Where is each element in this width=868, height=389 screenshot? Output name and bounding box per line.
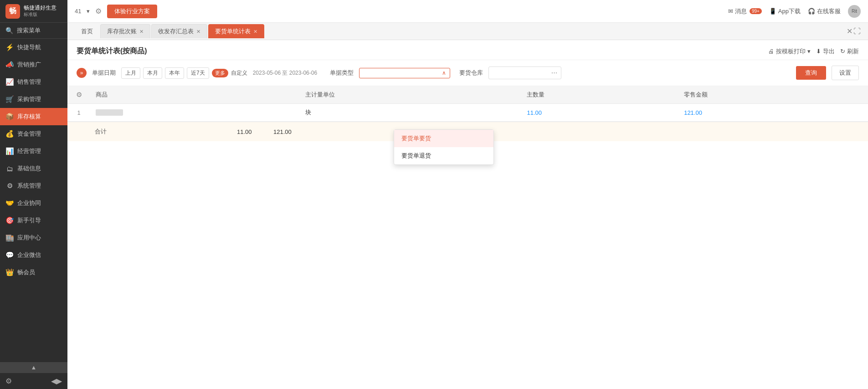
cell-no: 1 [67,104,90,122]
messages-label: 消息 [735,7,747,15]
warehouse-filter-label: 要货仓库 [459,69,483,77]
messages-item[interactable]: ✉ 消息 99+ [728,7,762,15]
th-gear[interactable]: ⚙ [67,86,90,104]
type-filter-arrow[interactable]: ∧ [442,70,446,76]
date-more-badge[interactable]: 更多 [212,69,228,77]
date-last-month-btn[interactable]: 上月 [121,67,140,79]
dropdown-item-order-goods-label: 要货单要货 [401,135,431,142]
print-template-action[interactable]: 🖨 按模板打印 ▾ [768,47,811,56]
sidebar-item-purchase[interactable]: 🛒 采购管理 [0,91,67,108]
cell-qty: 11.00 [521,104,678,122]
online-service-item[interactable]: 🎧 在线客服 [808,7,841,15]
sidebar-item-wechat[interactable]: 💬 企业微信 [0,246,67,264]
filter-expand-button[interactable]: » [77,68,87,78]
tab-order-stats-close[interactable]: ✕ [253,29,257,35]
sidebar-item-inventory[interactable]: 📦 库存核算 [0,108,67,125]
sidebar-bottom: ⚙ ◀▶ [0,373,67,389]
sidebar-item-operations[interactable]: 📊 经营管理 [0,143,67,160]
blurred-product [96,109,123,116]
sidebar-item-marketing[interactable]: 📣 营销推广 [0,56,67,73]
sidebar-item-finance[interactable]: 💰 资金管理 [0,125,67,143]
tab-batch-account-label: 库存批次账 [107,27,137,36]
finance-icon: 💰 [5,130,14,138]
sidebar-item-quicknav[interactable]: ⚡ 快捷导航 [0,39,67,56]
sidebar-search[interactable]: 🔍 搜索菜单 [0,23,67,39]
sidebar-item-appstore[interactable]: 🏬 应用中心 [0,229,67,246]
app-download-label: App下载 [778,7,801,15]
logo-sub: 标准版 [24,11,56,18]
wechat-icon: 💬 [5,251,14,259]
th-product: 商品 [90,86,300,104]
sidebar-nav: ⚡ 快捷导航 📣 营销推广 📈 销售管理 🛒 采购管理 📦 库存核算 💰 资金管… [0,39,67,362]
tab-recv-summary[interactable]: 收发存汇总表 ✕ [151,24,207,38]
footer-qty: 11.00 [237,128,273,135]
qty-link[interactable]: 11.00 [527,109,542,116]
close-all-tabs-button[interactable]: ✕ [847,27,853,36]
system-icon: ⚙ [5,182,14,190]
tab-batch-account-close[interactable]: ✕ [139,29,144,35]
sidebar-item-basics[interactable]: 🗂 基础信息 [0,160,67,177]
date-this-month-btn[interactable]: 本月 [143,67,162,79]
collapse-icon[interactable]: ◀▶ [51,377,62,385]
sidebar-item-label: 库存核算 [17,113,41,121]
tab-order-stats[interactable]: 要货单统计表 ✕ [208,24,264,38]
topbar-user-dropdown[interactable]: ▾ [87,8,90,15]
gear-icon: ⚙ [76,91,82,98]
tab-batch-account[interactable]: 库存批次账 ✕ [100,24,150,38]
date-shortcuts: 上月 本月 本年 近7天 更多 自定义 [121,67,247,79]
sidebar-item-sales[interactable]: 📈 销售管理 [0,73,67,91]
type-filter-input-wrapper[interactable]: ∧ [359,68,450,78]
logo-title: 畅捷通好生意 [24,5,56,12]
trial-industry-button[interactable]: 体验行业方案 [107,5,157,18]
cell-product [90,104,300,122]
set-button[interactable]: 设置 [832,66,859,80]
tab-home[interactable]: 首页 [75,25,99,38]
table-wrapper: ⚙ 商品 主计量单位 主数量 零售金额 1 块 11.00 121.00 [67,86,868,122]
query-button[interactable]: 查询 [796,66,826,80]
sidebar-item-newbie[interactable]: 🎯 新手引导 [0,212,67,229]
sidebar-item-system[interactable]: ⚙ 系统管理 [0,177,67,194]
warehouse-filter-input[interactable]: ··· [488,67,561,79]
sidebar-item-label: 新手引导 [17,216,41,225]
date-custom-btn[interactable]: 自定义 [231,69,247,77]
topbar-gear-icon[interactable]: ⚙ [95,7,102,15]
topbar: 41 ▾ ⚙ 体验行业方案 ✉ 消息 99+ 📱 App下载 🎧 在线客服 Ri… [67,0,868,23]
type-filter-input[interactable] [363,70,442,77]
service-icon: 🎧 [808,8,815,15]
amount-link[interactable]: 121.00 [684,109,702,116]
settings-icon[interactable]: ⚙ [5,377,12,385]
export-action[interactable]: ⬇ 导出 [816,47,835,56]
expand-tabbar-button[interactable]: ⛶ [853,27,861,36]
sidebar-item-label: 企业协同 [17,199,41,207]
sidebar-item-enterprise[interactable]: 🤝 企业协同 [0,194,67,212]
tabbar: 首页 库存批次账 ✕ 收发存汇总表 ✕ 要货单统计表 ✕ ✕ ⛶ [67,23,868,40]
sidebar-search-label: 搜索菜单 [17,26,41,35]
page-header: 要货单统计表(按商品) 🖨 按模板打印 ▾ ⬇ 导出 ↻ 刷新 [67,40,868,60]
dropdown-item-order-goods[interactable]: 要货单要货 [394,130,493,147]
footer-label: 合计 [67,128,222,136]
date-this-year-btn[interactable]: 本年 [165,67,184,79]
type-dropdown-popup: 要货单要货 要货单退货 [394,129,494,165]
data-table: ⚙ 商品 主计量单位 主数量 零售金额 1 块 11.00 121.00 [67,86,868,122]
newbie-icon: 🎯 [5,216,14,225]
tab-recv-summary-close[interactable]: ✕ [196,29,200,35]
tab-recv-summary-label: 收发存汇总表 [158,27,194,36]
sidebar-item-label: 采购管理 [17,95,41,103]
date-last-7days-btn[interactable]: 近7天 [187,67,209,79]
sidebar-item-label: 销售管理 [17,78,41,86]
tab-order-stats-label: 要货单统计表 [215,27,251,36]
dropdown-item-order-return[interactable]: 要货单退货 [394,147,493,164]
page-content: 要货单统计表(按商品) 🖨 按模板打印 ▾ ⬇ 导出 ↻ 刷新 [67,40,868,389]
type-filter-label: 单据类型 [330,69,354,77]
sidebar-item-member[interactable]: 👑 畅会员 [0,264,67,281]
quicknav-icon: ⚡ [5,43,14,51]
member-icon: 👑 [5,268,14,276]
cell-unit: 块 [300,104,522,122]
sidebar-scroll-up[interactable]: ▲ [0,362,67,373]
avatar[interactable]: Rit [848,5,861,18]
app-download-item[interactable]: 📱 App下载 [769,7,801,15]
sidebar: 畅 畅捷通好生意 标准版 🔍 搜索菜单 ⚡ 快捷导航 📣 营销推广 📈 销售管理… [0,0,67,389]
warehouse-more-icon[interactable]: ··· [551,69,557,77]
sidebar-item-label: 企业微信 [17,251,41,259]
refresh-action[interactable]: ↻ 刷新 [840,47,859,56]
